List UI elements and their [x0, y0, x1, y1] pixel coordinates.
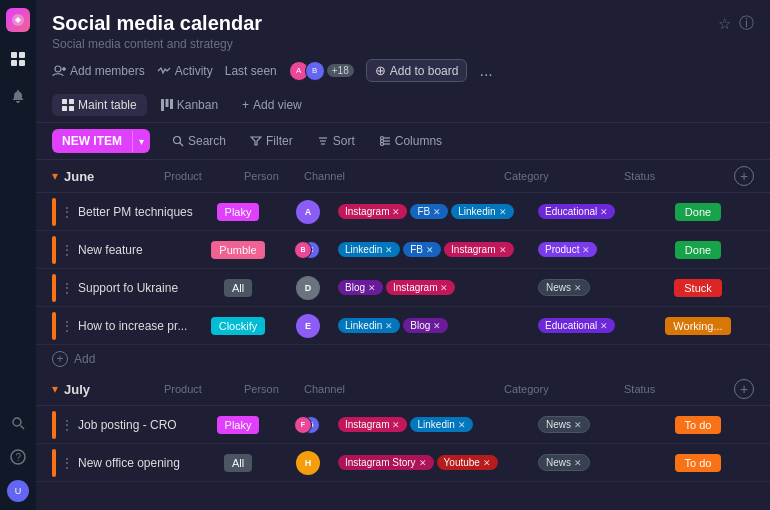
remove-tag-icon[interactable]: ✕: [385, 245, 393, 255]
row-menu-icon[interactable]: ⋮: [60, 318, 74, 334]
category-pill-news[interactable]: News ✕: [538, 416, 590, 433]
add-col-circle-icon-july[interactable]: +: [734, 379, 754, 399]
channel-pill-linkedin[interactable]: Linkedin ✕: [410, 417, 472, 432]
row-person: D: [278, 276, 338, 300]
product-pill[interactable]: Plaky: [217, 416, 260, 434]
product-pill[interactable]: Clockify: [211, 317, 266, 335]
remove-tag-icon[interactable]: ✕: [433, 321, 441, 331]
category-pill-educational[interactable]: Educational ✕: [538, 318, 615, 333]
remove-tag-icon[interactable]: ✕: [440, 283, 448, 293]
status-badge[interactable]: Stuck: [674, 279, 722, 297]
remove-tag-icon[interactable]: ✕: [574, 283, 582, 293]
row-category: Educational ✕: [538, 318, 658, 333]
status-badge[interactable]: To do: [675, 454, 722, 472]
add-column-button[interactable]: +: [734, 166, 754, 186]
row-menu-icon[interactable]: ⋮: [60, 455, 74, 471]
channel-pill-instagram[interactable]: Instagram ✕: [444, 242, 513, 257]
app-logo[interactable]: [6, 8, 30, 32]
remove-tag-icon[interactable]: ✕: [574, 458, 582, 468]
group-july-chevron[interactable]: ▾: [52, 382, 58, 396]
sidebar-help-icon[interactable]: ?: [7, 446, 29, 468]
add-col-circle-icon[interactable]: +: [734, 166, 754, 186]
tab-kanban[interactable]: Kanban: [151, 94, 228, 116]
channel-pill-instagram[interactable]: Instagram ✕: [338, 417, 407, 432]
category-pill-news[interactable]: News ✕: [538, 454, 590, 471]
channel-pill-blog[interactable]: Blog ✕: [338, 280, 383, 295]
row-name: New feature: [78, 243, 198, 257]
group-june-chevron[interactable]: ▾: [52, 169, 58, 183]
sidebar-home-icon[interactable]: [7, 48, 29, 70]
remove-tag-icon[interactable]: ✕: [368, 283, 376, 293]
add-to-board-button[interactable]: ⊕ Add to board: [366, 59, 468, 82]
sidebar-search-icon[interactable]: [7, 412, 29, 434]
status-badge[interactable]: Done: [675, 203, 721, 221]
remove-tag-icon[interactable]: ✕: [426, 245, 434, 255]
row-menu-icon[interactable]: ⋮: [60, 242, 74, 258]
filter-button[interactable]: Filter: [240, 130, 303, 152]
activity-button[interactable]: Activity: [157, 64, 213, 78]
remove-tag-icon[interactable]: ✕: [392, 420, 400, 430]
remove-tag-icon[interactable]: ✕: [385, 321, 393, 331]
remove-tag-icon[interactable]: ✕: [419, 458, 427, 468]
row-person: A: [278, 200, 338, 224]
category-pill-news[interactable]: News ✕: [538, 279, 590, 296]
remove-tag-icon[interactable]: ✕: [392, 207, 400, 217]
channel-pill-youtube[interactable]: Youtube ✕: [437, 455, 498, 470]
channel-pill-blog[interactable]: Blog ✕: [403, 318, 448, 333]
add-column-button-july[interactable]: +: [734, 379, 754, 399]
category-pill-educational[interactable]: Educational ✕: [538, 204, 615, 219]
row-channel: Blog ✕ Instagram ✕: [338, 280, 538, 295]
table-row: ⋮ New feature Pumble B C Linkedin ✕ FB ✕…: [36, 231, 770, 269]
remove-tag-icon[interactable]: ✕: [499, 245, 507, 255]
columns-button[interactable]: Columns: [369, 130, 452, 152]
svg-point-27: [380, 137, 383, 140]
more-options-button[interactable]: ...: [479, 62, 492, 80]
channel-pill-instagram[interactable]: Instagram ✕: [386, 280, 455, 295]
add-row-icon: +: [52, 351, 68, 367]
remove-tag-icon[interactable]: ✕: [600, 207, 608, 217]
table-wrapper: ▾ June Product Person Channel Category S…: [36, 160, 770, 510]
remove-tag-icon[interactable]: ✕: [600, 321, 608, 331]
new-item-button[interactable]: NEW ITEM ▾: [52, 129, 150, 153]
row-product: Plaky: [198, 203, 278, 221]
category-pill-product[interactable]: Product ✕: [538, 242, 597, 257]
remove-tag-icon[interactable]: ✕: [458, 420, 466, 430]
search-button[interactable]: Search: [162, 130, 236, 152]
remove-tag-icon[interactable]: ✕: [433, 207, 441, 217]
channel-pill-fb[interactable]: FB ✕: [410, 204, 448, 219]
channel-pill-linkedin[interactable]: Linkedin ✕: [338, 242, 400, 257]
remove-tag-icon[interactable]: ✕: [499, 207, 507, 217]
row-menu-icon[interactable]: ⋮: [60, 204, 74, 220]
add-row-june[interactable]: + Add: [36, 345, 770, 373]
channel-pill-linkedin[interactable]: Linkedin ✕: [338, 318, 400, 333]
remove-tag-icon[interactable]: ✕: [582, 245, 590, 255]
channel-pill-instagram[interactable]: Instagram ✕: [338, 204, 407, 219]
new-item-chevron-icon[interactable]: ▾: [132, 131, 150, 152]
channel-pill-linkedin[interactable]: Linkedin ✕: [451, 204, 513, 219]
sidebar-bell-icon[interactable]: [7, 86, 29, 108]
product-pill[interactable]: All: [224, 454, 252, 472]
last-seen-label: Last seen: [225, 64, 277, 78]
channel-pill-fb[interactable]: FB ✕: [403, 242, 441, 257]
person-avatar: D: [296, 276, 320, 300]
tab-main-table[interactable]: Maint table: [52, 94, 147, 116]
row-menu-icon[interactable]: ⋮: [60, 417, 74, 433]
product-pill[interactable]: Plaky: [217, 203, 260, 221]
product-pill[interactable]: All: [224, 279, 252, 297]
add-view-button[interactable]: + Add view: [232, 94, 312, 116]
remove-tag-icon[interactable]: ✕: [574, 420, 582, 430]
product-pill[interactable]: Pumble: [211, 241, 264, 259]
info-icon[interactable]: ⓘ: [739, 14, 754, 33]
add-members-button[interactable]: Add members: [52, 64, 145, 78]
row-menu-icon[interactable]: ⋮: [60, 280, 74, 296]
channel-pill-instagram-story[interactable]: Instagram Story ✕: [338, 455, 434, 470]
star-icon[interactable]: ☆: [718, 15, 731, 33]
remove-tag-icon[interactable]: ✕: [483, 458, 491, 468]
row-indicator: [52, 411, 56, 439]
sort-button[interactable]: Sort: [307, 130, 365, 152]
status-badge[interactable]: Working...: [665, 317, 730, 335]
status-badge[interactable]: To do: [675, 416, 722, 434]
user-avatar[interactable]: U: [7, 480, 29, 502]
row-name: Job posting - CRO: [78, 418, 198, 432]
status-badge[interactable]: Done: [675, 241, 721, 259]
